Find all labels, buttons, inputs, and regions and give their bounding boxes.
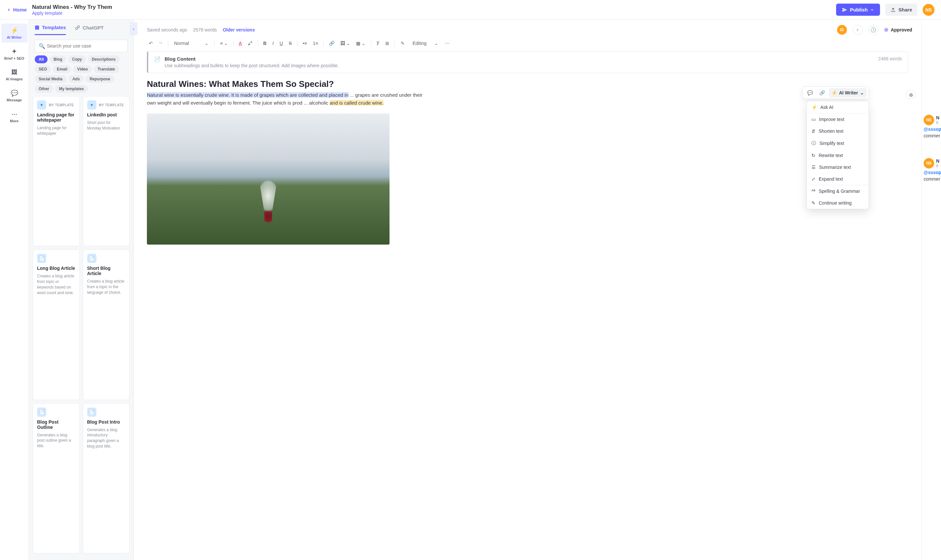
chip-my-templates[interactable]: My templates xyxy=(55,85,88,93)
undo-button[interactable]: ↶ xyxy=(147,39,155,47)
menu-ask-ai[interactable]: ⚡Ask AI xyxy=(807,101,869,113)
highlighted-text: and is called crude wine. xyxy=(330,100,384,106)
menu-spelling-grammar[interactable]: ᴬᴮSpelling & Grammar xyxy=(807,185,869,197)
chip-video[interactable]: Video xyxy=(73,65,91,73)
chip-other[interactable]: Other xyxy=(35,85,53,93)
menu-continue-writing[interactable]: ✎Continue writing xyxy=(807,197,869,209)
search-icon: 🔍 xyxy=(39,43,45,49)
redo-button[interactable]: ↷ xyxy=(157,39,165,47)
chip-blog[interactable]: Blog xyxy=(49,55,66,63)
article-hero-image[interactable] xyxy=(147,114,389,245)
rail-brief-seo[interactable]: ✦ Brief + SEO xyxy=(1,45,28,64)
home-link[interactable]: Home xyxy=(6,7,27,12)
rail-more[interactable]: ⋯ More xyxy=(1,107,28,126)
chip-seo[interactable]: SEO xyxy=(35,65,51,73)
insert-button[interactable]: ⊞ xyxy=(383,39,391,47)
template-search-input[interactable] xyxy=(35,40,128,52)
rail-label: AI Writer xyxy=(7,35,22,39)
link-button[interactable]: 🔗 xyxy=(327,39,337,47)
template-card[interactable]: 📄 Blog Post Outline Generates a blog pos… xyxy=(33,403,80,554)
upload-icon xyxy=(890,7,896,12)
ai-writer-button[interactable]: ⚡ AI Writer ⌄ xyxy=(829,88,867,97)
panel-collapse-button[interactable]: ‹ xyxy=(129,22,137,35)
template-card[interactable]: 📄 Blog Post Intro Generates a blog intro… xyxy=(83,403,130,554)
apply-template-link[interactable]: Apply template xyxy=(32,11,112,16)
rail-message[interactable]: 💬 Message xyxy=(1,86,28,105)
strike-button[interactable]: S xyxy=(287,39,294,47)
info-icon: ⓘ xyxy=(812,140,816,146)
saved-status: Saved seconds ago xyxy=(147,27,187,32)
list-icon: ☰ xyxy=(812,165,816,170)
more-toolbar-button[interactable]: ⋯ xyxy=(443,39,452,47)
number-list-button[interactable]: 1≡ xyxy=(311,39,320,47)
rail-ai-writer[interactable]: ⚡ AI Writer xyxy=(1,24,28,43)
chip-all[interactable]: All xyxy=(35,55,48,63)
share-button[interactable]: Share xyxy=(885,4,917,16)
add-collaborator-button[interactable]: + xyxy=(853,25,863,35)
number-list-icon: 1≡ xyxy=(313,41,318,46)
banner-title: Blog Content xyxy=(165,56,339,62)
underline-button[interactable]: U xyxy=(278,39,285,47)
add-comment-button[interactable]: ⊕ xyxy=(906,91,915,99)
tab-chatgpt[interactable]: 🗪 ChatGPT xyxy=(75,24,104,35)
template-card[interactable]: ✦ MY TEMPLATE LinkedIn post Short post f… xyxy=(83,96,130,246)
doc-status[interactable]: Approved xyxy=(884,27,912,32)
table-button[interactable]: ▦⌄ xyxy=(354,39,367,47)
sparkle-icon: ✦ xyxy=(37,100,46,109)
menu-expand-text[interactable]: ⤢Expand text xyxy=(807,173,869,185)
template-card[interactable]: 📄 Short Blog Article Creates a blog arti… xyxy=(83,249,130,400)
image-button[interactable]: 🖼⌄ xyxy=(338,39,352,47)
comment-time: 8 xyxy=(936,120,939,125)
menu-rewrite-text[interactable]: ↻Rewrite text xyxy=(807,149,869,161)
clock-placeholder[interactable]: 🕓 xyxy=(869,25,878,35)
ai-link-button[interactable]: 🔗 xyxy=(817,88,827,97)
templates-panel: ‹ ▦ Templates 🗪 ChatGPT 🔍 All Blog Copy … xyxy=(29,20,134,560)
chevron-down-icon: ⌄ xyxy=(434,41,438,46)
comment-text: commer xyxy=(924,133,939,138)
menu-summarize-text[interactable]: ☰Summarize text xyxy=(807,161,869,173)
clear-format-button[interactable]: T̷ xyxy=(374,39,381,47)
chip-repurpose[interactable]: Repurpose xyxy=(86,75,114,83)
menu-simplify-text[interactable]: ⓘSimplify text xyxy=(807,137,869,149)
chip-ads[interactable]: Ads xyxy=(69,75,84,83)
comment-card[interactable]: NS N 8 @sssopl commer xyxy=(924,158,939,182)
template-desc: Generates a blog introductory paragraph … xyxy=(87,427,126,449)
chip-copy[interactable]: Copy xyxy=(68,55,86,63)
template-filter-chips: All Blog Copy Descriptions SEO Email Vid… xyxy=(29,55,134,96)
article-heading[interactable]: Natural Wines: What Makes Them So Specia… xyxy=(147,79,908,89)
bold-button[interactable]: B xyxy=(261,39,269,47)
bolt-icon: ⚡ xyxy=(11,27,18,34)
menu-improve-text[interactable]: ▭Improve text xyxy=(807,114,869,125)
tab-templates[interactable]: ▦ Templates xyxy=(35,24,66,35)
image-icon: 🖼 xyxy=(11,69,17,76)
ai-comment-button[interactable]: 💬 xyxy=(805,88,815,97)
article-paragraph[interactable]: Natural wine is essentially crude wine. … xyxy=(147,91,426,107)
align-button[interactable]: ≡⌄ xyxy=(218,39,230,47)
bullet-list-button[interactable]: •≡ xyxy=(301,39,309,47)
highlight-button[interactable]: 🖍 xyxy=(246,39,254,47)
compress-icon: ⇵ xyxy=(812,129,815,134)
text-color-button[interactable]: A xyxy=(237,39,244,47)
style-label: Normal xyxy=(174,41,189,46)
editing-mode-select[interactable]: ✎ Editing ⌄ xyxy=(398,39,441,47)
chip-translate[interactable]: Translate xyxy=(94,65,119,73)
template-card[interactable]: ✦ MY TEMPLATE Landing page for whitepape… xyxy=(33,96,80,246)
publish-button[interactable]: Publish xyxy=(836,4,880,16)
doc-title[interactable]: Natural Wines - Why Try Them xyxy=(32,4,112,11)
template-card[interactable]: 📄 Long Blog Article Creates a blog artic… xyxy=(33,249,80,400)
chip-descriptions[interactable]: Descriptions xyxy=(88,55,120,63)
menu-label: Summarize text xyxy=(819,165,851,170)
chip-email[interactable]: Email xyxy=(53,65,71,73)
chip-social-media[interactable]: Social Media xyxy=(35,75,66,83)
editor-column: Saved seconds ago 2578 words Older versi… xyxy=(134,20,921,560)
editor-body[interactable]: 📄 Blog Content Use subheadings and bulle… xyxy=(134,51,921,560)
menu-shorten-text[interactable]: ⇵Shorten text xyxy=(807,125,869,137)
paragraph-style-select[interactable]: Normal ⌄ xyxy=(171,39,211,47)
comment-card[interactable]: NS N 8 @sssopl commer xyxy=(924,115,939,138)
italic-button[interactable]: I xyxy=(271,39,276,47)
collaborator-avatar[interactable]: IS xyxy=(837,25,847,35)
rail-ai-images[interactable]: 🖼 AI Images xyxy=(1,66,28,84)
user-avatar[interactable]: NS xyxy=(923,4,935,16)
older-versions-link[interactable]: Older versions xyxy=(223,27,255,32)
template-desc: Landing page for whitepaper xyxy=(37,125,75,136)
